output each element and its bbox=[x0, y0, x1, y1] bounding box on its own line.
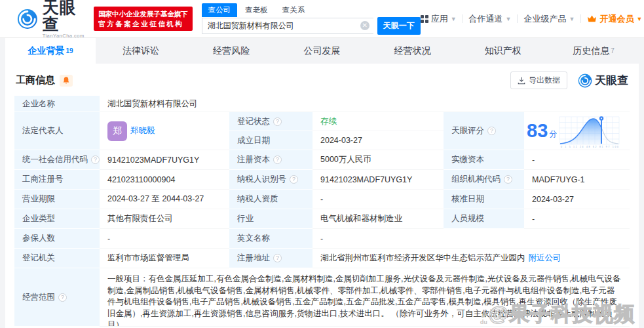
download-icon bbox=[518, 77, 525, 85]
help-icon[interactable]: ? bbox=[290, 175, 298, 184]
search-input[interactable] bbox=[202, 18, 373, 34]
nav-enterprise[interactable]: 企业级产品 ▼ bbox=[523, 13, 575, 25]
field-label-reg-status: 登记状态 ? bbox=[229, 112, 313, 131]
chevron-down-icon: ▼ bbox=[506, 16, 512, 22]
help-icon[interactable]: ? bbox=[273, 117, 282, 126]
address-text: 湖北省荆州市监利市经济开发区华中生态铝示范产业园内 bbox=[320, 253, 525, 264]
field-value-reg-capital: 5000万人民币 bbox=[313, 150, 444, 170]
field-label-credit-code: 统一社会信用代码 ? bbox=[14, 150, 100, 170]
field-value-insured-count: - bbox=[100, 229, 229, 249]
search-tab-company[interactable]: 查公司 bbox=[202, 3, 238, 17]
field-label-establish-date: 成立日期 bbox=[229, 131, 313, 150]
help-icon[interactable]: ? bbox=[91, 155, 100, 164]
field-label-reg-capital: 注册资本 ? bbox=[229, 150, 313, 170]
field-label-org-code: 组织机构代码 ? bbox=[444, 170, 524, 190]
nav-vip[interactable]: 开通会员 ▼ bbox=[587, 13, 642, 25]
nav-cooperation[interactable]: 合作通道 ▼ bbox=[469, 13, 512, 25]
field-value-business-scope: 一般项目：有色金属压延加工,有色金属合金制造,金属材料制造,金属切削加工服务,光… bbox=[100, 268, 630, 327]
label-text: 注册资本 bbox=[237, 154, 270, 165]
field-label-company-name: 企业名称 bbox=[14, 96, 100, 112]
field-label-company-type: 企业类型 bbox=[14, 209, 100, 229]
chevron-down-icon: ▼ bbox=[569, 16, 575, 22]
subscribe-bell-icon[interactable] bbox=[60, 75, 73, 87]
export-data-button[interactable]: 导出数据 bbox=[510, 72, 567, 89]
field-label-english-name: 英文名称 bbox=[229, 229, 313, 249]
field-value-reg-address: 湖北省荆州市监利市经济开发区华中生态铝示范产业园内 附近公司 bbox=[313, 249, 630, 268]
field-label-industry: 行业 bbox=[229, 209, 313, 229]
search-tab-boss[interactable]: 查老板 bbox=[238, 3, 275, 17]
field-value-business-term: 2024-03-27 至 2044-03-27 bbox=[100, 190, 229, 209]
field-value-credit-code: 91421023MADF7UYG1Y bbox=[100, 150, 229, 170]
field-value-reg-authority: 监利市市场监督管理局 bbox=[100, 249, 229, 268]
field-value-company-type: 其他有限责任公司 bbox=[100, 209, 229, 229]
divider bbox=[463, 14, 463, 23]
tab-label: 公司发展 bbox=[303, 45, 340, 57]
clear-search-icon[interactable]: ✕ bbox=[360, 21, 369, 30]
search-button[interactable]: 天眼一下 bbox=[377, 17, 421, 35]
search-tab-relation[interactable]: 查关系 bbox=[276, 3, 312, 17]
field-label-approval-date: 核准日期 bbox=[444, 190, 524, 209]
label-text: 组织机构代码 bbox=[451, 174, 501, 185]
tab-legal-proceedings[interactable]: 法律诉讼 bbox=[96, 38, 186, 64]
legal-rep-link[interactable]: 郑晓毅 bbox=[130, 125, 155, 136]
help-icon[interactable]: ? bbox=[273, 155, 282, 164]
nav-cooperation-label: 合作通道 bbox=[469, 13, 503, 25]
tab-label: 知识产权 bbox=[485, 45, 521, 57]
help-icon[interactable]: ? bbox=[58, 293, 67, 302]
field-value-taxpayer-id: 91421023MADF7UYG1Y bbox=[313, 170, 444, 190]
tab-count: 19 bbox=[66, 47, 73, 54]
field-value-reg-status: 存续 bbox=[313, 112, 444, 131]
field-value-company-name: 湖北国贸新材料有限公司 bbox=[100, 96, 630, 112]
field-label-tianyan-score: 天眼评分 ? bbox=[444, 112, 524, 150]
tab-label: 企业背景 bbox=[28, 45, 65, 57]
tab-label: 经营状况 bbox=[394, 45, 431, 57]
field-label-reg-address: 注册地址 ? bbox=[229, 249, 313, 268]
tab-enterprise-background[interactable]: 企业背景 19 bbox=[5, 38, 96, 64]
field-label-reg-number: 工商注册号 bbox=[14, 170, 100, 190]
chevron-down-icon: ▼ bbox=[451, 16, 457, 22]
company-tab-bar: 企业背景 19 法律诉讼 经营风险 公司发展 经营状况 知识产权 历史信息 7 bbox=[0, 38, 644, 64]
field-value-english-name: - bbox=[313, 229, 444, 249]
tab-history-info[interactable]: 历史信息 7 bbox=[548, 38, 639, 64]
tab-operating-status[interactable]: 经营状况 bbox=[368, 38, 458, 64]
tab-operational-risk[interactable]: 经营风险 bbox=[186, 38, 276, 64]
score-value: 83 bbox=[527, 121, 548, 140]
field-label-staff-size: 人员规模 bbox=[444, 209, 524, 229]
label-text: 经营范围 bbox=[22, 292, 55, 303]
tianyancha-logo-icon bbox=[17, 7, 38, 31]
section-title: 工商信息 bbox=[16, 74, 55, 87]
help-icon[interactable]: ? bbox=[273, 254, 282, 262]
help-icon[interactable]: ? bbox=[504, 175, 512, 184]
badge-line2: 官方备案企业征信机构 bbox=[98, 19, 188, 28]
legal-rep-avatar[interactable]: 郑 bbox=[107, 121, 127, 141]
apps-grid-icon bbox=[421, 15, 428, 23]
top-nav: 应用 ▼ 合作通道 ▼ 企业级产品 ▼ 开通会员 ▼ bbox=[421, 13, 644, 25]
field-value-taxpayer-quality: - bbox=[313, 190, 444, 209]
score-unit: 分 bbox=[549, 129, 557, 140]
help-icon[interactable]: ? bbox=[487, 127, 496, 135]
tianyancha-logo[interactable]: 天眼查 TianYanCha.com bbox=[17, 0, 87, 38]
tab-intellectual-property[interactable]: 知识产权 bbox=[458, 38, 548, 64]
tianyan-score-block[interactable]: 83 分 bbox=[524, 112, 630, 150]
nearby-companies-link[interactable]: 附近公司 bbox=[529, 253, 561, 264]
business-info-table: 企业名称 湖北国贸新材料有限公司 法定代表人 郑 郑晓毅 登记状态 ? 存续 成… bbox=[14, 96, 630, 327]
label-text: 纳税人识别号 bbox=[237, 174, 286, 185]
tab-label: 历史信息 bbox=[573, 45, 609, 57]
tab-label: 经营风险 bbox=[213, 45, 250, 57]
chart-axis-ticks: 0 1 5 12 24 48 62 81 97 100 bbox=[561, 146, 618, 148]
crown-icon bbox=[587, 14, 597, 23]
divider bbox=[580, 14, 581, 23]
nav-apps[interactable]: 应用 ▼ bbox=[421, 13, 457, 25]
main-content: 工商信息 导出数据 天眼查 企业名称 湖北国贸 bbox=[5, 64, 639, 328]
label-text: 统一社会信用代码 bbox=[22, 154, 88, 165]
nav-enterprise-label: 企业级产品 bbox=[523, 13, 566, 25]
tianyancha-corner-logo: 天眼查 bbox=[578, 73, 628, 88]
gov-certification-badge: 国家中小企业发展子基金旗下 官方备案企业征信机构 bbox=[94, 7, 193, 30]
field-value-reg-number: 421023110000904 bbox=[100, 170, 229, 190]
field-value-org-code: MADF7UYG-1 bbox=[524, 170, 630, 190]
tianyancha-logo-icon bbox=[578, 73, 592, 88]
score-distribution-chart: 0 1 5 12 24 48 62 81 97 100 bbox=[558, 114, 620, 148]
tab-company-development[interactable]: 公司发展 bbox=[276, 38, 367, 64]
empty-cell bbox=[444, 229, 630, 249]
nav-apps-label: 应用 bbox=[431, 13, 448, 25]
